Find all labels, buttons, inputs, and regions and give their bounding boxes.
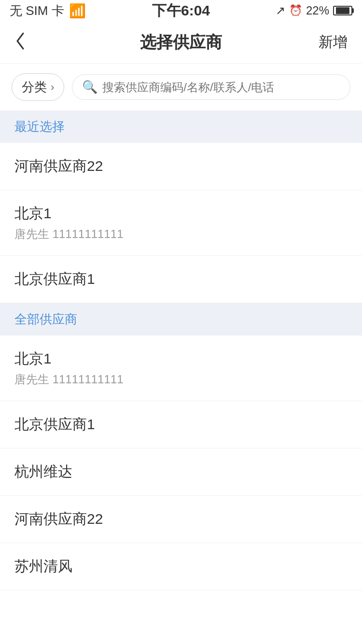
status-time: 下午6:04 [152,1,210,21]
item-sub: 唐先生 11111111111 [14,226,348,242]
item-name: 北京1 [14,204,348,224]
status-right: ↗ ⏰ 22% [276,4,352,17]
item-name: 苏州清风 [14,557,348,576]
search-input[interactable] [102,81,340,94]
list-item[interactable]: 苏州清风 [0,543,362,590]
recent-items-list: 河南供应商22北京1唐先生 11111111111北京供应商1 [0,143,362,303]
item-name: 北京供应商1 [14,269,348,289]
add-button[interactable]: 新增 [319,32,348,52]
item-name: 北京1 [14,349,348,369]
list-item[interactable]: 北京1唐先生 11111111111 [0,190,362,256]
all-items-list: 北京1唐先生 11111111111北京供应商1杭州维达河南供应商22苏州清风 [0,336,362,590]
list-item[interactable]: 河南供应商22 [0,143,362,190]
battery-text: 22% [306,4,329,17]
list-item[interactable]: 北京1唐先生 11111111111 [0,336,362,401]
battery-icon [333,6,352,15]
status-left: 无 SIM 卡 📶 [10,2,86,19]
list-item[interactable]: 北京供应商1 [0,256,362,303]
alarm-icon: ⏰ [289,4,302,17]
list-item[interactable]: 北京供应商1 [0,401,362,448]
item-name: 杭州维达 [14,462,348,482]
search-area: 分类 › 🔍 [0,64,362,111]
category-button[interactable]: 分类 › [12,73,64,101]
item-sub: 唐先生 11111111111 [14,372,348,387]
all-section-label: 全部供应商 [14,312,77,326]
item-name: 北京供应商1 [14,415,348,434]
back-button[interactable] [14,31,26,54]
location-icon: ↗ [276,4,285,17]
status-bar: 无 SIM 卡 📶 下午6:04 ↗ ⏰ 22% [0,0,362,21]
recent-section-header: 最近选择 [0,111,362,143]
wifi-icon: 📶 [69,3,86,19]
item-name: 河南供应商22 [14,156,348,176]
list-item[interactable]: 杭州维达 [0,448,362,496]
all-section-header: 全部供应商 [0,303,362,336]
item-name: 河南供应商22 [14,509,348,529]
recent-section-label: 最近选择 [14,119,65,134]
no-sim-text: 无 SIM 卡 [10,2,64,19]
category-label: 分类 [22,79,47,96]
page-title: 选择供应商 [140,31,222,54]
search-input-wrap: 🔍 [72,74,350,100]
chevron-right-icon: › [51,81,54,94]
list-item[interactable]: 河南供应商22 [0,496,362,543]
search-icon: 🔍 [82,80,97,95]
nav-bar: 选择供应商 新增 [0,21,362,64]
